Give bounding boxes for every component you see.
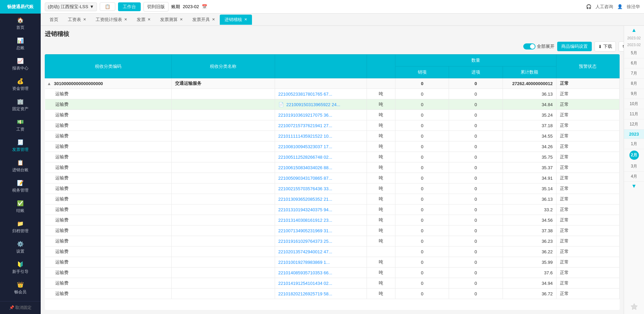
table-row[interactable]: 运输费 221019161029764373 25... 吨 0 0 36.23… xyxy=(45,236,620,247)
copy-button[interactable]: 📋 xyxy=(100,2,115,11)
calendar-up-arrow[interactable]: ▲ xyxy=(624,26,644,35)
calendar-5[interactable]: 5月 xyxy=(624,48,644,58)
calendar-4[interactable]: 4月 xyxy=(624,172,644,182)
toggle-switch[interactable] xyxy=(523,43,535,50)
support-label[interactable]: 人工咨询 xyxy=(596,4,613,10)
table-row[interactable]: 运输费 221005112528266748 02... 吨 0 0 35.75… xyxy=(45,152,620,162)
favorite-icon[interactable] xyxy=(631,303,638,310)
calendar-11[interactable]: 11月 xyxy=(624,109,644,119)
table-row[interactable]: ▲ 30100000000000000000 交通运输服务 0 0 27262.… xyxy=(45,78,620,89)
calendar-3[interactable]: 3月 xyxy=(624,161,644,172)
table-row[interactable]: 运输费 221007215737621941 27... 吨 0 0 37.18… xyxy=(45,120,620,131)
switch-old-button[interactable]: 切到旧版 xyxy=(143,2,169,12)
calendar-12[interactable]: 12月 xyxy=(624,119,644,130)
tab-salary-close[interactable]: ✕ xyxy=(83,17,86,22)
tab-sales-audit[interactable]: 进销稽核 ✕ xyxy=(220,15,252,25)
table-row[interactable]: 运输费 221010019278983869 1... 吨 0 0 35.99 … xyxy=(45,257,620,268)
sidebar-item-archive[interactable]: 📁 归档管理 xyxy=(0,217,41,237)
cell-purchase: 0 xyxy=(449,289,503,299)
sidebar-item-home[interactable]: 🏠 首页 xyxy=(0,14,41,34)
table-row[interactable]: 运输费 221011111435921522 10... 吨 0 0 34.55… xyxy=(45,131,620,141)
tab-invoice-calc[interactable]: 发票测算 ✕ xyxy=(155,15,188,25)
table-row[interactable]: 运输费 221020135742940012 47... 0 0 36.22 正… xyxy=(45,247,620,257)
tab-salary-report[interactable]: 工资统计报表 ✕ xyxy=(91,15,132,25)
calendar-icon[interactable]: 📅 xyxy=(202,4,207,9)
cell-cumulative: 34.84 xyxy=(503,99,556,110)
calendar-2-current[interactable]: 2月 xyxy=(629,151,639,160)
calendar-1[interactable]: 1月 xyxy=(624,139,644,149)
cell-cumulative: 36.23 xyxy=(503,236,556,247)
sidebar-item-report[interactable]: 📈 报表中心 xyxy=(0,54,41,75)
cell-code: 运输费 xyxy=(45,141,172,152)
sidebar-item-guide[interactable]: 🔰 新手引导 xyxy=(0,258,41,278)
download-button[interactable]: ⬇ 下载 xyxy=(594,41,616,52)
tab-salary[interactable]: 工资表 ✕ xyxy=(63,15,91,25)
sidebar-label-member: 畅会员 xyxy=(14,289,26,295)
sidebar-item-member[interactable]: 👑 畅会员 xyxy=(0,278,41,298)
sidebar-item-invoice[interactable]: 🧾 发票管理 xyxy=(0,136,41,156)
calendar-10[interactable]: 10月 xyxy=(624,99,644,109)
tab-invoice[interactable]: 发票 ✕ xyxy=(132,15,155,25)
unpin-button[interactable]: 📌 取消固定 xyxy=(0,301,41,314)
calendar-year-2023[interactable]: 2023 xyxy=(624,130,644,139)
table-row[interactable]: 运输费 221019103619217075 36... 吨 0 0 35.24… xyxy=(45,110,620,120)
table-row[interactable]: 运输费 221014085935710353 66... 吨 0 0 37.6 … xyxy=(45,268,620,278)
tab-home[interactable]: 首页 xyxy=(45,15,63,25)
cell-status: 正常 xyxy=(556,204,619,215)
company-selector[interactable]: (勿动) 江西报宝-LSS ▼ xyxy=(45,2,97,11)
expand-all-label: 全部展开 xyxy=(537,43,554,50)
cell-unit: 吨 xyxy=(367,225,395,236)
tab-sales-audit-close[interactable]: ✕ xyxy=(244,17,247,22)
table-row[interactable]: 运输费 221007134905231969 31... 吨 0 0 37.38… xyxy=(45,225,620,236)
user-label[interactable]: 徐泾华 xyxy=(627,4,640,10)
table-row[interactable]: 运输费 221002155703576436 33... 吨 0 0 35.14… xyxy=(45,183,620,194)
table-row[interactable]: 运输费 📄 221009150313965922 24... 吨 0 0 34.… xyxy=(45,99,620,110)
expand-all-toggle[interactable]: 全部展开 xyxy=(523,43,554,50)
year-2023-top-label: 2023.02 xyxy=(624,35,644,41)
table-row[interactable]: 运输费 221018202126925719 58... 吨 0 0 36.72… xyxy=(45,289,620,299)
cell-purchase: 0 xyxy=(449,141,503,152)
cell-cumulative: 37.6 xyxy=(503,268,556,278)
table-row[interactable]: 运输费 221013140308161912 23... 吨 0 0 34.56… xyxy=(45,215,620,225)
sidebar-item-ledger[interactable]: 📊 总账 xyxy=(0,34,41,54)
calendar-9[interactable]: 9月 xyxy=(624,89,644,99)
cell-unit: 吨 xyxy=(367,278,395,289)
table-row[interactable]: 运输费 221005233817801765 67... 吨 0 0 36.13… xyxy=(45,89,620,99)
sidebar-item-assets[interactable]: 🏢 固定资产 xyxy=(0,95,41,115)
sidebar-item-salary[interactable]: 💵 工资 xyxy=(0,115,41,136)
table-row[interactable]: 运输费 221008100945323037 17... 吨 0 0 34.26… xyxy=(45,141,620,152)
calendar-8[interactable]: 8月 xyxy=(624,79,644,89)
th-invoice-code xyxy=(275,55,367,78)
table-row[interactable]: 运输费 221013093652085352 21... 吨 0 0 36.13… xyxy=(45,194,620,204)
tab-salary-report-close[interactable]: ✕ xyxy=(124,17,127,22)
sidebar-item-tax[interactable]: 📝 税务管理 xyxy=(0,176,41,197)
cell-code: 运输费 xyxy=(45,162,172,173)
ledger-icon: 📊 xyxy=(17,37,24,44)
cell-tax-code: 221018202126925719 58... xyxy=(275,289,367,299)
report-icon: 📈 xyxy=(17,58,24,64)
calendar-6[interactable]: 6月 xyxy=(624,58,644,68)
tab-invoice-issue[interactable]: 发票开具 ✕ xyxy=(188,15,220,25)
cell-sale: 0 xyxy=(395,268,449,278)
workbench-button[interactable]: 工作台 xyxy=(118,2,141,11)
commodity-code-settings-button[interactable]: 商品编码设置 xyxy=(557,42,592,51)
table-row[interactable]: 运输费 221006150834034026 88... 吨 0 0 35.37… xyxy=(45,162,620,173)
tab-invoice-close[interactable]: ✕ xyxy=(148,17,151,22)
table-row[interactable]: 运输费 221013101943240375 94... 吨 0 0 33.2 … xyxy=(45,204,620,215)
tab-invoice-calc-close[interactable]: ✕ xyxy=(180,17,183,22)
sidebar-item-sales-ledger[interactable]: 📋 进销台账 xyxy=(0,156,41,176)
cell-unit: 吨 xyxy=(367,183,395,194)
tab-invoice-issue-close[interactable]: ✕ xyxy=(212,17,215,22)
cell-unit: 吨 xyxy=(367,173,395,183)
cell-name xyxy=(171,204,275,215)
sidebar-item-close[interactable]: ✅ 结账 xyxy=(0,197,41,217)
sidebar-item-finance[interactable]: 💰 资金管理 xyxy=(0,75,41,95)
table-row[interactable]: 运输费 221014191254101434 02... 吨 0 0 34.94… xyxy=(45,278,620,289)
calendar-down-arrow[interactable]: ▼ xyxy=(624,182,644,191)
cell-code: 运输费 xyxy=(45,289,172,299)
cell-cumulative: 37.38 xyxy=(503,225,556,236)
sidebar-item-settings[interactable]: ⚙️ 设置 xyxy=(0,237,41,258)
cell-tax-code: 221002155703576436 33... xyxy=(275,183,367,194)
table-row[interactable]: 运输费 221005090343170865 87... 吨 0 0 34.91… xyxy=(45,173,620,183)
calendar-7[interactable]: 7月 xyxy=(624,68,644,79)
